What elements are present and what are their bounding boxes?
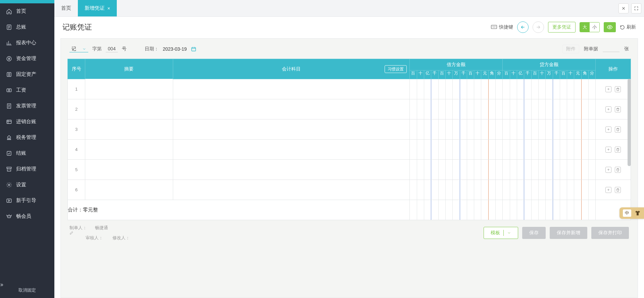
preview-button[interactable] (604, 22, 616, 32)
sidebar-item-label: 新手引导 (16, 197, 36, 204)
voucher-date-value[interactable]: 2023-03-19 (163, 46, 187, 52)
credit-cell[interactable] (503, 140, 596, 160)
shirt-icon[interactable] (635, 210, 641, 216)
row-add-icon[interactable]: ＋ (605, 187, 611, 193)
fullscreen-button[interactable] (631, 3, 641, 13)
gear-icon (6, 182, 12, 188)
table-scrollbar[interactable] (628, 79, 631, 166)
home-icon (6, 8, 12, 14)
summary-cell[interactable] (85, 140, 173, 160)
debit-cell[interactable] (410, 79, 503, 99)
row-delete-icon[interactable] (615, 147, 621, 153)
shortcut-keys-button[interactable]: 快捷键 (491, 24, 513, 30)
debit-cell[interactable] (410, 180, 503, 200)
subject-cell[interactable] (173, 79, 410, 99)
size-large[interactable]: 大 (580, 22, 590, 32)
habit-settings-button[interactable]: 习惯设置 (385, 65, 407, 73)
table-row: 2＋ (68, 99, 631, 119)
tab-0[interactable]: 首页 (54, 0, 78, 16)
sidebar-item-label: 固定资产 (16, 71, 36, 78)
summary-cell[interactable] (85, 119, 173, 140)
ime-float-widget[interactable]: 中 (620, 207, 644, 219)
debit-cell[interactable] (410, 160, 503, 180)
voucher-word-select[interactable]: 记 (69, 46, 88, 52)
sidebar-item-tax[interactable]: 税务管理 (0, 130, 54, 145)
credit-cell[interactable] (503, 79, 596, 99)
credit-cell[interactable] (503, 160, 596, 180)
save-button[interactable]: 保存 (522, 227, 546, 239)
subject-cell[interactable] (173, 99, 410, 119)
credit-cell[interactable] (503, 180, 596, 200)
refresh-button[interactable]: 刷新 (620, 24, 636, 30)
debit-cell[interactable] (410, 119, 503, 140)
sidebar-item-vip[interactable]: 畅会员 (0, 208, 54, 224)
archive-icon (6, 166, 12, 172)
svg-rect-13 (192, 47, 196, 51)
credit-cell[interactable] (503, 99, 596, 119)
subject-cell[interactable] (173, 119, 410, 140)
total-row: 合计：零元整 (68, 200, 631, 220)
more-vouchers-button[interactable]: 更多凭证 (548, 22, 576, 33)
voucher-date-label: 日期： (145, 46, 159, 52)
save-print-button[interactable]: 保存并打印 (591, 227, 629, 239)
summary-cell[interactable] (85, 79, 173, 99)
sidebar-item-asset[interactable]: 固定资产 (0, 66, 54, 82)
subject-cell[interactable] (173, 180, 410, 200)
row-delete-icon[interactable] (615, 106, 621, 112)
row-delete-icon[interactable] (615, 167, 621, 173)
summary-cell[interactable] (85, 99, 173, 119)
summary-cell[interactable] (85, 160, 173, 180)
voucher-number-input[interactable]: 004 (106, 46, 118, 52)
debit-cell[interactable] (410, 99, 503, 119)
sidebar-item-archive[interactable]: 归档管理 (0, 161, 54, 177)
row-add-icon[interactable]: ＋ (605, 86, 611, 92)
svg-point-12 (609, 27, 611, 28)
row-delete-icon[interactable] (615, 187, 621, 193)
th-credit: 贷方金额 (503, 59, 596, 70)
row-add-icon[interactable]: ＋ (605, 127, 611, 133)
attachment-button[interactable]: 附件 (562, 45, 579, 53)
edit-maker-icon[interactable] (69, 231, 138, 235)
summary-input[interactable] (85, 79, 172, 99)
prev-voucher-button[interactable] (517, 21, 529, 33)
th-debit-digits: 百十亿千百十万千百十元角分 (410, 70, 503, 79)
svg-rect-8 (7, 167, 11, 168)
next-voucher-button[interactable] (533, 21, 544, 33)
bill-count-input[interactable] (603, 47, 620, 52)
sidebar-item-home[interactable]: 首页 (0, 3, 54, 19)
subject-cell[interactable] (173, 160, 410, 180)
template-button[interactable]: 模板 (484, 227, 518, 239)
sheet-suffix: 张 (624, 46, 629, 52)
voucher-word-suffix2: 号 (122, 46, 127, 52)
subject-cell[interactable] (173, 140, 410, 160)
sidebar-item-close[interactable]: 结账 (0, 145, 54, 161)
credit-cell[interactable] (503, 119, 596, 140)
sidebar-item-chart[interactable]: 报表中心 (0, 35, 54, 51)
row-delete-icon[interactable] (615, 127, 621, 133)
tab-1[interactable]: 新增凭证× (78, 0, 117, 16)
tab-close-icon[interactable]: × (107, 6, 110, 11)
row-add-icon[interactable]: ＋ (605, 106, 611, 112)
sidebar-item-gear[interactable]: 设置 (0, 177, 54, 193)
sidebar-item-salary[interactable]: 工资 (0, 82, 54, 98)
row-add-icon[interactable]: ＋ (605, 167, 611, 173)
tab-close-all-button[interactable] (618, 3, 629, 13)
table-row: 6＋ (68, 180, 631, 200)
calendar-icon[interactable] (191, 46, 196, 52)
sidebar-item-fund[interactable]: 资金管理 (0, 51, 54, 66)
summary-cell[interactable] (85, 180, 173, 200)
sidebar-unpin[interactable]: 取消固定 (0, 278, 54, 298)
size-small[interactable]: 小 (590, 22, 599, 32)
sidebar-brand-bar (0, 0, 54, 3)
sidebar-item-ledger[interactable]: 总账 (0, 19, 54, 35)
row-delete-icon[interactable] (615, 86, 621, 92)
ops-cell: ＋ (596, 140, 631, 160)
sidebar-item-invoice[interactable]: 发票管理 (0, 98, 54, 114)
sidebar-item-inout[interactable]: 进销台账 (0, 114, 54, 130)
sidebar-item-guide[interactable]: 新手引导 (0, 193, 54, 208)
row-add-icon[interactable]: ＋ (605, 147, 611, 153)
save-new-button[interactable]: 保存并新增 (550, 227, 587, 239)
ime-lang-badge[interactable]: 中 (623, 209, 631, 217)
size-toggle[interactable]: 大 小 (580, 22, 600, 32)
debit-cell[interactable] (410, 140, 503, 160)
